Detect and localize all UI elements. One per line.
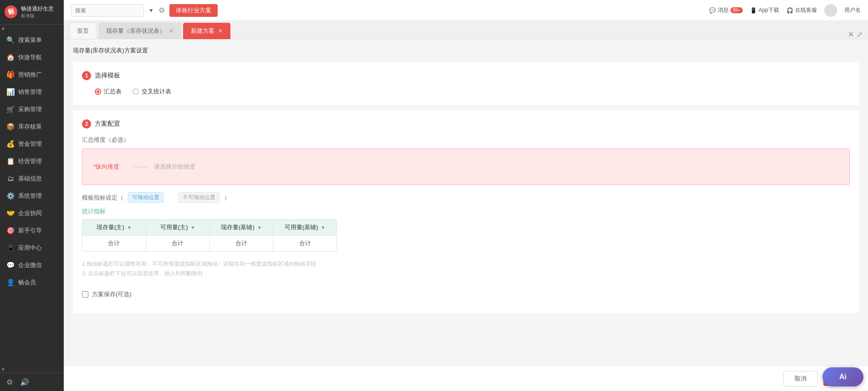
col-header-2[interactable]: 现存量(基辅) ▼ bbox=[210, 220, 274, 235]
col-chevron-2: ▼ bbox=[257, 225, 262, 230]
tip-item-0: 1.拖动标题栏可以调整布局，不可跨维度或指标区域拖动；还能在同一维度或指标区域内… bbox=[82, 260, 850, 268]
panel-expand-icon[interactable]: ⤢ bbox=[857, 30, 863, 39]
quick-nav-icon: 🏠 bbox=[6, 53, 15, 62]
sidebar-item-basic-info[interactable]: 🗂 基础信息 bbox=[0, 170, 64, 187]
sidebar-item-finance[interactable]: 💰 资金管理 bbox=[0, 135, 64, 153]
tab-inventory-close-icon[interactable]: ✕ bbox=[169, 28, 174, 34]
section1-title: 选择模板 bbox=[95, 72, 120, 80]
col-header-0[interactable]: 现存量(主) ▼ bbox=[82, 220, 146, 235]
cancel-button[interactable]: 取消 bbox=[783, 371, 818, 386]
radio-cross-label: 交叉统计表 bbox=[142, 87, 171, 96]
section2-num: 2 bbox=[82, 119, 91, 129]
sidebar-scroll-up[interactable]: ▲ bbox=[0, 25, 64, 31]
template-section-header: 1 选择模板 bbox=[82, 71, 850, 80]
sidebar-item-label: 营销推广 bbox=[18, 71, 42, 79]
tab-home-label: 首页 bbox=[77, 27, 89, 35]
sidebar-item-search-menu[interactable]: 🔍 搜索菜单 bbox=[0, 31, 64, 49]
topbar-right: 💬 消息 99+ 📱 App下载 🎧 在线客服 用户名 bbox=[709, 4, 861, 17]
topbar-left: ▼ ⚙ 体验行业方案 bbox=[71, 4, 218, 17]
col-chevron-0: ▼ bbox=[127, 225, 132, 230]
message-label: 消息 bbox=[718, 6, 729, 14]
tabbar: 首页 现存量（库存状况表） ✕ 新建方案 ✕ ✕ ⤢ bbox=[64, 21, 868, 39]
indicator-label-end: ） bbox=[224, 194, 230, 202]
tips-section: 1.拖动标题栏可以调整布局，不可跨维度或指标区域拖动；还能在同一维度或指标区域内… bbox=[82, 260, 850, 278]
service-button[interactable]: 🎧 在线客服 bbox=[786, 6, 817, 14]
speaker-icon[interactable]: 🔊 bbox=[20, 378, 29, 386]
sidebar-scroll-down[interactable]: ▼ bbox=[0, 366, 64, 373]
sidebar-item-system[interactable]: ⚙️ 系统管理 bbox=[0, 187, 64, 205]
purchase-icon: 🛒 bbox=[6, 105, 15, 113]
sidebar-item-label: 快捷导航 bbox=[18, 53, 42, 62]
sidebar-item-member[interactable]: 👤 畅会员 bbox=[0, 274, 64, 291]
gear-icon[interactable]: ⚙ bbox=[158, 6, 165, 15]
trial-button[interactable]: 体验行业方案 bbox=[169, 4, 218, 17]
cell-0: 合计 bbox=[82, 236, 146, 251]
sidebar-item-sales[interactable]: 📊 销售管理 bbox=[0, 83, 64, 101]
radio-summary-label: 汇总表 bbox=[104, 87, 122, 96]
app-download-button[interactable]: 📱 App下载 bbox=[750, 6, 779, 14]
tab-home[interactable]: 首页 bbox=[69, 22, 97, 39]
tip-item-1: 2. 点击标题栏下拉可以设置排序、插入列和删除列 bbox=[82, 270, 850, 278]
logo-icon: 畅 bbox=[5, 5, 17, 18]
sidebar-item-wechat[interactable]: 💬 企业微信 bbox=[0, 257, 64, 274]
sidebar-item-label: 采购管理 bbox=[18, 105, 42, 113]
tab-inventory-status[interactable]: 现存量（库存状况表） ✕ bbox=[98, 22, 181, 39]
col-label-2: 现存量(基辅) bbox=[221, 223, 255, 232]
radio-cross[interactable]: 交叉统计表 bbox=[133, 87, 171, 96]
app-icon: 📱 bbox=[750, 7, 757, 14]
cell-3: 合计 bbox=[273, 236, 337, 251]
finance-icon: 💰 bbox=[6, 140, 15, 148]
save-label: 方案保存(可选) bbox=[92, 290, 132, 298]
cooperation-icon: 🤝 bbox=[6, 209, 15, 217]
save-checkbox[interactable] bbox=[82, 291, 88, 298]
radio-summary[interactable]: 汇总表 bbox=[95, 87, 122, 96]
sidebar-item-new-guide[interactable]: 🎯 新手引导 bbox=[0, 222, 64, 239]
user-avatar[interactable] bbox=[824, 4, 837, 17]
sidebar-item-cooperation[interactable]: 🤝 企业协同 bbox=[0, 205, 64, 222]
sidebar-item-app-center[interactable]: 📱 应用中心 bbox=[0, 239, 64, 257]
tab-new-plan[interactable]: 新建方案 ✕ bbox=[183, 23, 230, 39]
message-button[interactable]: 💬 消息 99+ bbox=[709, 6, 743, 14]
col-chevron-1: ▼ bbox=[191, 225, 195, 230]
sidebar-item-marketing[interactable]: 🎁 营销推广 bbox=[0, 66, 64, 83]
dimension-placeholder: 请选择分组维度 bbox=[154, 163, 195, 171]
sidebar-item-label: 畅会员 bbox=[18, 278, 36, 287]
dimension-box[interactable]: *纵向维度 —— 请选择分组维度 bbox=[82, 149, 850, 185]
indicator-label-row: 模板指标设定（ 可拖动位置 不可拖动位置 ） bbox=[82, 192, 850, 203]
wechat-icon: 💬 bbox=[6, 261, 15, 269]
dimension-sub-label: 汇总维度（必选） bbox=[82, 136, 850, 144]
search-input[interactable] bbox=[71, 4, 144, 17]
logo-title: 畅捷通好生意 bbox=[21, 5, 54, 13]
sidebar-item-label: 应用中心 bbox=[18, 244, 42, 252]
dropdown-icon[interactable]: ▼ bbox=[148, 7, 154, 14]
sidebar-item-purchase[interactable]: 🛒 采购管理 bbox=[0, 101, 64, 118]
col-header-3[interactable]: 可用量(基辅) ▼ bbox=[273, 220, 337, 235]
cell-1: 合计 bbox=[146, 236, 210, 251]
operations-icon: 📋 bbox=[6, 157, 15, 165]
service-label: 在线客服 bbox=[795, 6, 817, 14]
template-options: 汇总表 交叉统计表 bbox=[95, 87, 850, 96]
panel-close-icon[interactable]: ✕ bbox=[848, 30, 854, 39]
sidebar-item-label: 搜索菜单 bbox=[18, 36, 42, 44]
col-chevron-3: ▼ bbox=[321, 225, 326, 230]
sidebar-item-quick-nav[interactable]: 🏠 快捷导航 bbox=[0, 49, 64, 66]
indicator-label-text: 模板指标设定（ bbox=[82, 194, 123, 202]
col-label-1: 可用量(主) bbox=[160, 223, 188, 232]
stats-table-row: 合计 合计 合计 合计 bbox=[82, 235, 337, 251]
sidebar-item-inventory[interactable]: 📦 库存核算 bbox=[0, 118, 64, 135]
radio-cross-circle bbox=[133, 88, 139, 95]
ai-fab-button[interactable]: Ai bbox=[822, 367, 863, 386]
dimension-dash: —— bbox=[134, 163, 148, 171]
page-title: 现存量(库存状况表)方案设置 bbox=[73, 46, 859, 55]
col-header-1[interactable]: 可用量(主) ▼ bbox=[146, 220, 210, 235]
sidebar-item-label: 系统管理 bbox=[18, 192, 42, 200]
tab-new-plan-close-icon[interactable]: ✕ bbox=[218, 28, 223, 34]
sidebar-item-operations[interactable]: 📋 经营管理 bbox=[0, 153, 64, 170]
message-icon: 💬 bbox=[709, 7, 716, 14]
settings-icon[interactable]: ⚙ bbox=[6, 378, 13, 386]
username-label: 用户名 bbox=[844, 6, 861, 14]
radio-summary-circle bbox=[95, 88, 101, 95]
logo-subtitle: 标准版 bbox=[21, 13, 54, 19]
template-section: 1 选择模板 汇总表 交叉统计表 bbox=[73, 62, 859, 105]
col-label-3: 可用量(基辅) bbox=[285, 223, 318, 232]
